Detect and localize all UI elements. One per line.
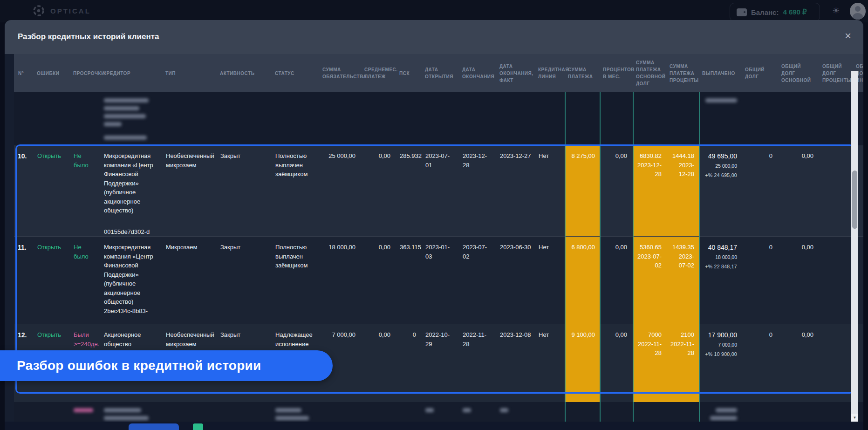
- col-header-creditor: КРЕДИТОР: [100, 54, 162, 92]
- bottom-strip: [5, 422, 863, 430]
- vertical-scrollbar[interactable]: ▼: [851, 71, 858, 422]
- col-header-date-end-fact: ДАТА ОКОНЧАНИЯ, ФАКТ: [496, 54, 535, 92]
- paid-out-cell: 17 900,00 7 000,00 +% 10 900,00: [699, 324, 742, 402]
- date-open: 2023-01-03: [422, 237, 459, 324]
- avg-monthly-payment: 0,00: [361, 145, 396, 237]
- credit-line: Нет: [535, 324, 565, 402]
- col-header-obligation: СУММА ОБЯЗАТЕЛЬСТВА: [319, 54, 361, 92]
- overdue-status: Были >=240дн.: [74, 331, 99, 348]
- activity: Закрыт: [217, 237, 272, 324]
- payment-sum-highlighted: 9 100,00: [565, 324, 600, 402]
- col-header-psk: ПСК: [396, 54, 422, 92]
- creditor-id: 2bec434c-8b83-: [104, 307, 158, 316]
- col-header-type: ТИП: [162, 54, 217, 92]
- total-debt: 0: [742, 324, 778, 402]
- credit-line: Нет: [535, 145, 565, 237]
- avg-monthly-payment: 0,00: [361, 324, 396, 402]
- obligation-sum: 18 000,00: [319, 237, 361, 324]
- date-end: 2023-12-28: [459, 145, 496, 237]
- table-row[interactable]: 10. Открыть Не было Микрокредитная компа…: [14, 145, 863, 237]
- table-row-blurred-previous[interactable]: [14, 92, 863, 145]
- payment-sum-highlighted: 6 800,00: [565, 237, 600, 324]
- open-errors-link[interactable]: Открыть: [37, 331, 61, 338]
- date-end: 2022-11-28: [459, 324, 496, 402]
- banner-text: Разбор ошибок в кредитной истории: [17, 358, 261, 373]
- col-header-num: N°: [14, 54, 34, 92]
- col-header-credit-line: КРЕДИТНАЯ ЛИНИЯ: [535, 54, 565, 92]
- status: Полностью выплачен заёмщиком: [272, 145, 319, 237]
- modal-header: Разбор кредитных историй клиента ×: [5, 20, 863, 54]
- creditor-cell: Микрокредитная компания «Центр Финансово…: [100, 237, 162, 324]
- open-errors-link[interactable]: Открыть: [37, 244, 61, 251]
- total-debt-principal: 0,00: [778, 145, 819, 237]
- date-end-fact: 2023-12-08: [496, 324, 535, 402]
- scrollbar-thumb[interactable]: [852, 171, 857, 229]
- total-debt: 0: [742, 145, 778, 237]
- payment-interest-highlighted: 1439.352023-07-02: [666, 237, 699, 324]
- payment-principal-highlighted: 6830.822023-12-28: [633, 145, 666, 237]
- row-number: 11.: [14, 237, 34, 324]
- loan-type: Микрозаем: [162, 237, 217, 324]
- creditor-cell: Микрокредитная компания «Центр Финансово…: [100, 145, 162, 237]
- credit-line: Нет: [535, 237, 565, 324]
- payment-principal-highlighted: 70002022-11-28: [633, 324, 666, 402]
- col-header-date-end: ДАТА ОКОНЧАНИЯ: [459, 54, 496, 92]
- paid-out-cell: 40 848,17 18 000,00 +% 22 848,17: [699, 237, 742, 324]
- overdue-status: Не было: [74, 244, 89, 260]
- blurred-paid-cell: [699, 92, 742, 145]
- close-icon[interactable]: ×: [845, 30, 851, 41]
- col-header-activity: АКТИВНОСТЬ: [217, 54, 272, 92]
- date-open: 2023-07-01: [422, 145, 459, 237]
- total-debt-principal: 0,00: [778, 324, 819, 402]
- open-errors-link[interactable]: Открыть: [37, 152, 61, 159]
- col-header-overdue: ПРОСРОЧКИ: [70, 54, 100, 92]
- column-guide-line: [699, 92, 700, 422]
- column-guide-line: [600, 92, 601, 422]
- pct-per-month: 0,00: [600, 324, 633, 402]
- col-header-total-debt: ОБЩИЙ ДОЛГ: [742, 54, 778, 92]
- row-number: 10.: [14, 145, 34, 237]
- psk: 0: [396, 324, 422, 402]
- date-end-fact: 2023-12-27: [496, 145, 535, 237]
- paid-out-cell: 49 695,00 25 000,00 +% 24 695,00: [699, 145, 742, 237]
- overdue-status: Не было: [74, 152, 89, 169]
- total-debt-principal: 0,00: [778, 237, 819, 324]
- col-header-payment-interest: СУММА ПЛАТЕЖА ПРОЦЕНТЫ: [666, 54, 699, 92]
- col-header-paid: ВЫПЛАЧЕНО: [699, 54, 742, 92]
- creditor-id: 00155de7d302-d: [104, 227, 158, 237]
- column-guide-line: [565, 92, 566, 422]
- avg-monthly-payment: 0,00: [361, 237, 396, 324]
- col-header-payment-principal: СУММА ПЛАТЕЖА ОСНОВНОЙ ДОЛГ: [633, 54, 666, 92]
- partial-green-chip[interactable]: [193, 423, 203, 430]
- total-debt: 0: [742, 237, 778, 324]
- modal-title: Разбор кредитных историй клиента: [18, 32, 159, 41]
- column-guide-line: [633, 92, 634, 422]
- status: Полностью выплачен заёмщиком: [272, 237, 319, 324]
- col-header-errors: ОШИБКИ: [34, 54, 70, 92]
- table-header: N° ОШИБКИ ПРОСРОЧКИ КРЕДИТОР ТИП АКТИВНО…: [14, 54, 863, 92]
- payment-interest-highlighted: 21002022-11-28: [666, 324, 699, 402]
- col-header-total-debt-principal: ОБЩИЙ ДОЛГ ОСНОВНОЙ: [778, 54, 819, 92]
- table-row[interactable]: 11. Открыть Не было Микрокредитная компа…: [14, 237, 863, 324]
- payment-sum-highlighted: 8 275,00: [565, 145, 600, 237]
- partial-blue-button[interactable]: [129, 423, 179, 430]
- payment-principal-highlighted: 5360.652023-07-02: [633, 237, 666, 324]
- creditor-name: Микрокредитная компания «Центр Финансово…: [104, 243, 158, 307]
- col-header-date-open: ДАТА ОТКРЫТИЯ: [422, 54, 459, 92]
- pct-per-month: 0,00: [600, 237, 633, 324]
- screen: OPTICAL Баланс: 4 690 ₽ ☀ Разбор кредитн…: [0, 0, 868, 430]
- loan-type: Необеспеченный микрозаем: [162, 145, 217, 237]
- payment-interest-highlighted: 1444.182023-12-28: [666, 145, 699, 237]
- activity: Закрыт: [217, 145, 272, 237]
- col-header-avg-payment: СРЕДНЕМЕС. ПЛАТЕЖ: [361, 54, 396, 92]
- date-end: 2023-07-02: [459, 237, 496, 324]
- pct-per-month: 0,00: [600, 145, 633, 237]
- date-end-fact: 2023-06-30: [496, 237, 535, 324]
- obligation-sum: 25 000,00: [319, 145, 361, 237]
- psk: 363.115: [396, 237, 422, 324]
- date-open: 2022-10-29: [422, 324, 459, 402]
- scrollbar-down-arrow[interactable]: ▼: [851, 414, 858, 422]
- creditor-name: Микрокредитная компания «Центр Финансово…: [104, 151, 158, 215]
- blurred-creditor-cell: [100, 92, 162, 145]
- col-header-status: СТАТУС: [272, 54, 319, 92]
